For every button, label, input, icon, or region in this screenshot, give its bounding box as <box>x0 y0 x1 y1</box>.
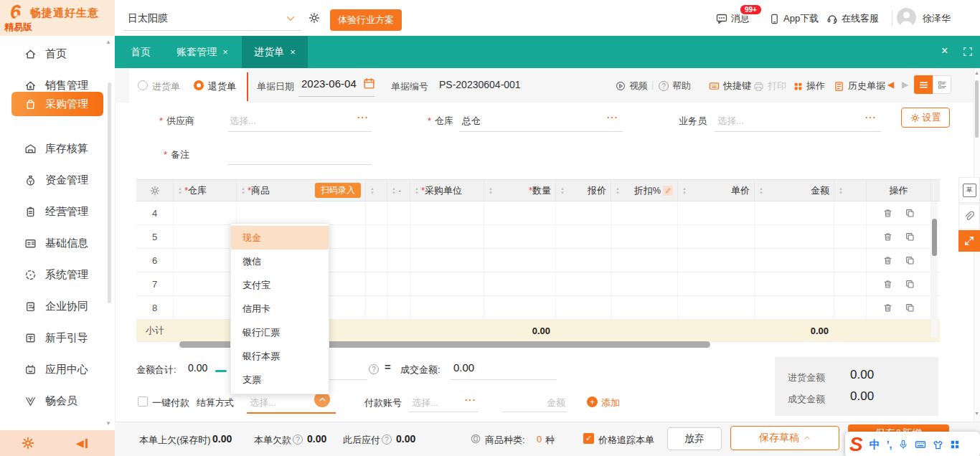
support-button[interactable]: 在线客服 <box>826 12 879 25</box>
price-track-checkbox[interactable]: ✓ <box>583 433 594 444</box>
tab-home[interactable]: 首页 <box>118 36 163 68</box>
ime-lang-toggle[interactable]: 中 <box>870 438 880 452</box>
cell[interactable] <box>410 225 484 248</box>
cell[interactable] <box>755 272 834 295</box>
scroll-up-icon[interactable]: ▲ <box>974 70 979 75</box>
cell[interactable] <box>410 272 484 295</box>
ime-toolbox-icon[interactable] <box>950 440 960 450</box>
pager-prev-icon[interactable]: ◀ <box>887 80 894 90</box>
delete-row-icon[interactable] <box>883 256 892 265</box>
cell[interactable] <box>237 201 366 224</box>
sort-icon[interactable]: ▲▼ <box>560 186 565 195</box>
sort-icon[interactable]: ▲▼ <box>839 186 843 195</box>
cell[interactable] <box>755 225 834 248</box>
cell[interactable] <box>678 201 755 224</box>
cell[interactable] <box>484 272 556 295</box>
sort-icon[interactable]: ▲▼ <box>682 186 687 195</box>
sort-icon[interactable]: ▲▼ <box>178 186 182 195</box>
cell[interactable] <box>611 272 678 295</box>
sidebar-scroll-down-icon[interactable]: ▼ <box>105 420 111 427</box>
discount-input-underline[interactable] <box>329 379 367 380</box>
sidebar-item-member[interactable]: 畅会员 <box>0 388 115 414</box>
menu-item-check[interactable]: 支票 <box>231 368 329 391</box>
calendar-icon[interactable] <box>363 77 375 90</box>
cell[interactable] <box>556 201 611 224</box>
menu-item-cashier-check[interactable]: 银行本票 <box>231 344 329 368</box>
cell[interactable] <box>366 201 387 224</box>
scan-entry-button[interactable]: 扫码录入 <box>315 183 361 198</box>
app-download-button[interactable]: App下载 <box>769 12 819 25</box>
sidebar-item-system[interactable]: 系统管理 <box>0 262 115 288</box>
tab-close-icon[interactable]: × <box>222 47 228 57</box>
menu-item-alipay[interactable]: 支付宝 <box>231 273 329 297</box>
delete-row-icon[interactable] <box>883 280 892 289</box>
cell[interactable] <box>834 296 867 319</box>
cell[interactable] <box>834 225 867 248</box>
collapse-sidebar-button[interactable]: ◀ <box>76 437 88 449</box>
sidebar-item-operations[interactable]: 经营管理 <box>0 199 115 224</box>
clerk-field[interactable]: 选择... <box>717 115 744 128</box>
supplier-field[interactable]: 选择... <box>230 115 256 128</box>
cell[interactable] <box>611 201 678 224</box>
help-button[interactable]: ? 帮助 <box>659 80 691 92</box>
company-gear-icon[interactable] <box>308 12 320 24</box>
main-vscrollbar-thumb[interactable] <box>975 80 979 138</box>
table-vscrollbar-thumb[interactable] <box>932 219 937 256</box>
sidebar-item-collaboration[interactable]: 企业协同 <box>0 293 115 319</box>
clerk-picker-icon[interactable]: ··· <box>865 112 877 123</box>
copy-row-icon[interactable] <box>905 303 915 313</box>
cell[interactable] <box>387 272 410 295</box>
cell[interactable] <box>611 296 678 319</box>
cell[interactable] <box>410 249 484 272</box>
table-row[interactable]: 4 <box>136 201 940 225</box>
method-select[interactable]: 选择... <box>250 396 276 409</box>
copy-row-icon[interactable] <box>905 280 915 289</box>
copy-row-icon[interactable] <box>905 256 915 265</box>
onekey-checkbox[interactable] <box>138 396 148 407</box>
menu-item-wechat[interactable]: 微信 <box>231 250 329 273</box>
cell[interactable] <box>611 249 678 272</box>
delete-row-icon[interactable] <box>883 232 892 242</box>
sidebar-item-app-center[interactable]: 应用中心 <box>0 356 115 382</box>
cell[interactable] <box>410 201 484 224</box>
avatar[interactable] <box>897 8 916 27</box>
cell[interactable] <box>834 201 867 224</box>
view-toggle-grid[interactable] <box>933 75 951 94</box>
header-gear-icon[interactable] <box>136 180 174 201</box>
deal-amount-value[interactable]: 0.00 <box>453 361 474 374</box>
warehouse-field[interactable]: 总仓 <box>462 115 481 128</box>
cell[interactable] <box>387 296 410 319</box>
copy-row-icon[interactable] <box>905 232 915 242</box>
ime-punct-toggle[interactable]: ’, <box>887 439 892 450</box>
sort-icon[interactable]: ▲▼ <box>370 186 374 195</box>
sort-icon[interactable]: ▲▼ <box>759 186 763 195</box>
account-picker-icon[interactable]: ··· <box>465 394 476 405</box>
cell[interactable] <box>366 296 387 319</box>
cell[interactable] <box>556 272 611 295</box>
cell[interactable] <box>611 225 678 248</box>
cell[interactable] <box>834 272 867 295</box>
print-button[interactable]: 打印 <box>753 80 786 92</box>
side-attach-button[interactable] <box>958 204 980 229</box>
sogou-logo-icon[interactable]: S <box>849 434 863 455</box>
date-value[interactable]: 2023-06-04 <box>301 77 357 90</box>
footer-gear-icon[interactable] <box>22 437 34 450</box>
discount-edit-icon[interactable] <box>663 186 673 196</box>
help-circle-icon[interactable]: ? <box>369 364 379 374</box>
account-select[interactable]: 选择... <box>412 396 438 409</box>
chevron-down-icon[interactable] <box>286 14 296 24</box>
menu-item-cash[interactable]: 现金 <box>231 226 329 250</box>
sidebar-scroll-up-icon[interactable]: ▲ <box>105 39 111 45</box>
menu-item-bank-draft[interactable]: 银行汇票 <box>231 320 329 344</box>
sort-icon[interactable]: ▲▼ <box>489 186 493 195</box>
pager-next-icon[interactable]: ▶ <box>902 80 908 90</box>
cell[interactable] <box>174 225 237 248</box>
cell[interactable] <box>174 272 237 295</box>
sidebar-scrollbar[interactable] <box>108 82 111 303</box>
cell[interactable] <box>556 225 611 248</box>
cell[interactable] <box>484 296 556 319</box>
radio-return-order[interactable] <box>194 80 204 90</box>
cell[interactable] <box>755 249 834 272</box>
cell[interactable] <box>484 249 556 272</box>
sidebar-item-funds[interactable]: 资金管理 <box>0 167 115 193</box>
